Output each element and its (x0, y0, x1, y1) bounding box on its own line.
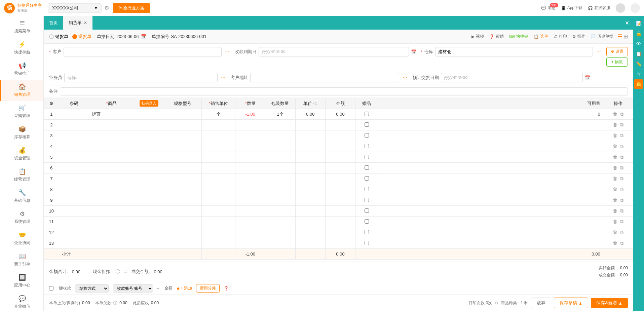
row-price[interactable] (295, 184, 325, 195)
expense-split-btn[interactable]: 费用分摊 (196, 284, 220, 293)
list-view-icon[interactable]: ☰ (617, 33, 622, 40)
row-amount[interactable] (325, 152, 355, 163)
row-qty[interactable] (235, 184, 265, 195)
row-price[interactable] (295, 120, 325, 130)
row-product[interactable]: 拆页 (89, 109, 134, 120)
delete-row-btn[interactable]: 🗑 (613, 111, 617, 117)
row-amount[interactable] (325, 141, 355, 152)
add-payment-btn[interactable]: ● + 添加 (177, 285, 192, 291)
row-pack-qty[interactable] (265, 152, 295, 163)
radio-sale-order[interactable]: 销货单 (49, 34, 68, 40)
row-amount[interactable] (325, 238, 355, 249)
copy-row-btn[interactable]: ⧉ (620, 144, 623, 149)
float-star-icon[interactable]: ☆ (634, 69, 643, 79)
sidebar-item-wechat[interactable]: 💬 企业微信 (0, 291, 43, 311)
sidebar-item-guide[interactable]: 📖 新手引导 (0, 249, 43, 270)
row-product[interactable] (89, 120, 134, 130)
row-unit[interactable] (201, 184, 235, 195)
row-gift[interactable] (355, 217, 378, 227)
shortcut-btn[interactable]: ⌨ 快捷键 (508, 33, 530, 40)
copy-row-btn[interactable]: ⧉ (620, 240, 623, 246)
delete-row-btn[interactable]: 🗑 (613, 133, 617, 138)
avatar[interactable] (616, 3, 625, 13)
row-barcode[interactable] (59, 206, 89, 217)
row-barcode[interactable] (59, 217, 89, 227)
row-product[interactable] (89, 227, 134, 238)
sidebar-item-appstore[interactable]: 🔲 应用中心 (0, 270, 43, 291)
row-barcode[interactable] (59, 238, 89, 249)
copy-row-btn[interactable]: ⧉ (620, 133, 623, 138)
amount-dots[interactable]: ··· (157, 286, 160, 291)
float-list-icon[interactable]: 📋 (634, 49, 643, 59)
row-spec[interactable] (164, 206, 202, 217)
notes-input[interactable] (60, 87, 628, 95)
row-product[interactable] (89, 238, 134, 249)
row-barcode[interactable] (59, 120, 89, 130)
row-barcode[interactable] (59, 173, 89, 184)
payment-account-select[interactable]: 收款账号 账号 (113, 284, 153, 293)
close-all-tabs-icon[interactable]: ✕ (623, 18, 631, 28)
row-qty[interactable] (235, 163, 265, 173)
delete-row-btn[interactable]: 🗑 (613, 122, 617, 127)
warehouse-input[interactable]: 建材仓 (435, 47, 593, 56)
row-price[interactable] (295, 141, 325, 152)
row-unit[interactable] (201, 206, 235, 217)
row-amount[interactable] (325, 206, 355, 217)
row-unit[interactable] (201, 130, 235, 141)
history-btn[interactable]: 📄 历史单据 (590, 33, 615, 40)
expected-date-input[interactable]: yyyy-mm-dd (441, 73, 583, 82)
float-eye-icon[interactable]: 👁 (634, 39, 643, 48)
row-pack-qty[interactable] (265, 184, 295, 195)
row-amount[interactable] (325, 130, 355, 141)
settings-icon[interactable]: ⚙ (104, 5, 109, 11)
row-price[interactable] (295, 152, 325, 163)
copy-row-btn[interactable]: ⧉ (620, 154, 623, 160)
sidebar-item-marketing[interactable]: 📢 营销推广 (0, 59, 43, 80)
message-btn[interactable]: 💬 消息 99+ (541, 5, 556, 11)
delete-row-btn[interactable]: 🗑 (613, 154, 617, 160)
row-product[interactable] (89, 217, 134, 227)
sidebar-item-sales[interactable]: 🏠 销售管理 (0, 80, 43, 101)
row-price[interactable] (295, 217, 325, 227)
row-gift[interactable] (355, 195, 378, 206)
row-gift[interactable] (355, 152, 378, 163)
th-scan[interactable]: 扫码录入 (134, 98, 164, 109)
sidebar-item-base[interactable]: 🔧 基础信息 (0, 186, 43, 207)
sidebar-item-system[interactable]: ⚙ 系统管理 (0, 207, 43, 228)
row-unit[interactable] (201, 141, 235, 152)
float-notification-icon[interactable]: 🔔 (634, 79, 643, 89)
delete-row-btn[interactable]: 🗑 (613, 240, 617, 246)
sidebar-item-enterprise[interactable]: 🤝 企业协同 (0, 228, 43, 249)
row-gift[interactable] (355, 184, 378, 195)
tab-home[interactable]: 首页 (44, 16, 63, 30)
print-btn[interactable]: 🖨 打印 (552, 33, 568, 40)
row-pack-qty[interactable] (265, 217, 295, 227)
row-barcode[interactable] (59, 141, 89, 152)
row-gift[interactable] (355, 120, 378, 130)
row-spec[interactable] (164, 163, 202, 173)
row-qty[interactable] (235, 120, 265, 130)
row-barcode[interactable] (59, 130, 89, 141)
delete-row-btn[interactable]: 🗑 (613, 165, 617, 170)
row-unit[interactable]: 个 (201, 109, 235, 120)
row-qty[interactable] (235, 173, 265, 184)
row-unit[interactable] (201, 217, 235, 227)
row-amount[interactable] (325, 195, 355, 206)
row-amount[interactable] (325, 120, 355, 130)
row-pack-qty[interactable] (265, 173, 295, 184)
row-spec[interactable] (164, 109, 202, 120)
delete-row-btn[interactable]: 🗑 (613, 230, 617, 235)
row-amount[interactable]: 0.00 (325, 109, 355, 120)
row-amount[interactable] (325, 184, 355, 195)
copy-row-btn[interactable]: ⧉ (620, 187, 623, 192)
customer-input[interactable] (64, 47, 222, 56)
row-qty[interactable] (235, 130, 265, 141)
calendar-icon[interactable]: 📅 (141, 34, 146, 39)
row-pack-qty[interactable] (265, 238, 295, 249)
row-price[interactable]: 0.00 (295, 109, 325, 120)
row-gift[interactable] (355, 173, 378, 184)
row-spec[interactable] (164, 238, 202, 249)
row-qty[interactable] (235, 217, 265, 227)
help-btn[interactable]: ❓ 帮助 (488, 33, 505, 40)
row-spec[interactable] (164, 227, 202, 238)
